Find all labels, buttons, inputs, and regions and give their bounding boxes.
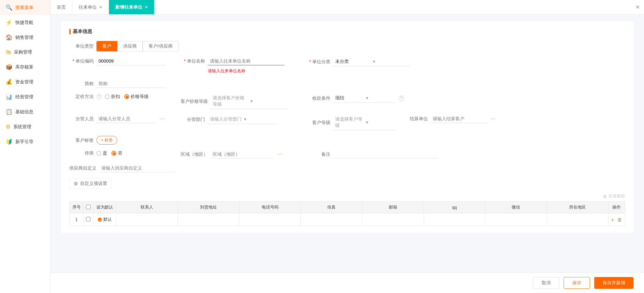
region-input[interactable] [211, 150, 273, 158]
type-btn-customer[interactable]: 客户 [96, 41, 117, 51]
pricing-discount[interactable]: 折扣 [105, 93, 120, 100]
discount-radio[interactable] [105, 94, 110, 99]
customer-price-level-select[interactable]: 请选择客户价格等级 ▼ [211, 93, 287, 109]
pricing-price-level[interactable]: 价格等级 [124, 93, 149, 100]
tab-partners-close[interactable]: ✕ [99, 5, 102, 10]
tab-new-partner-close[interactable]: ✕ [144, 5, 148, 10]
region-more-btn[interactable]: ··· [276, 151, 283, 157]
row-address[interactable] [178, 213, 239, 226]
row-qq[interactable] [424, 213, 485, 226]
tab-partners[interactable]: 往来单位 ✕ [72, 0, 109, 14]
tab-new-partner[interactable]: 新增往来单位 ✕ [109, 0, 155, 14]
row-checkbox-1[interactable] [86, 217, 91, 221]
sidebar-item-tutorial[interactable]: 🔰 新手引导 [0, 134, 50, 149]
price-level-radio[interactable] [124, 94, 129, 99]
supplier-custom-input[interactable] [99, 164, 176, 172]
sidebar-item-finance[interactable]: 💰 资金管理 [0, 74, 50, 89]
delete-row-icon[interactable]: 🗑 [617, 217, 622, 222]
payment-terms-chevron: ▼ [365, 96, 394, 100]
row-wechat[interactable] [485, 213, 547, 226]
customer-level-select[interactable]: 请选择客户等级 ▼ [333, 115, 396, 130]
unit-category-value: 未分类 [335, 58, 371, 65]
customer-level-chevron: ▼ [365, 120, 394, 124]
payment-terms-value: 现结 [335, 95, 364, 101]
tab-new-partner-label: 新增往来单位 [115, 4, 142, 10]
contact-input[interactable] [118, 217, 175, 222]
dept-select[interactable]: 请输入分管部门 ▼ [208, 115, 277, 124]
row-contact[interactable] [116, 213, 178, 226]
section-title-text: 基本信息 [73, 29, 92, 35]
payment-terms-label: 收款条件 [306, 95, 330, 101]
cancel-button[interactable]: 取消 [533, 277, 559, 289]
sidebar-item-finance-label: 资金管理 [15, 79, 33, 85]
payment-terms-select[interactable]: 现结 ▼ [333, 93, 396, 103]
remark-input[interactable] [333, 150, 438, 158]
save-button[interactable]: 保存 [564, 277, 590, 289]
settlement-input[interactable] [431, 115, 486, 123]
manager-more-btn[interactable]: ··· [158, 116, 166, 122]
batch-delete-area: 🗑 批量删除 [69, 193, 625, 199]
sidebar-item-operations[interactable]: 📊 经营管理 [0, 89, 50, 104]
add-tag-button[interactable]: + 标签 [96, 136, 117, 145]
no-radio[interactable] [111, 151, 116, 156]
manager-input[interactable] [96, 115, 156, 123]
close-all-tabs[interactable]: ✕ [635, 4, 640, 10]
sidebar-item-search[interactable]: 🔍 搜索菜单 [0, 0, 50, 15]
address-input[interactable] [180, 217, 237, 222]
sidebar-item-sales[interactable]: 🏠 销售管理 [0, 30, 50, 45]
unit-name-error: 请输入往来单位名称 [208, 68, 245, 73]
tab-home[interactable]: 首页 [50, 0, 72, 14]
row-actions: + 🗑 [608, 213, 625, 226]
pricing-label: 定价方法 [69, 93, 94, 100]
row-email[interactable] [362, 213, 424, 226]
col-default: 设为默认 [93, 202, 116, 213]
discount-label: 折扣 [111, 93, 120, 100]
region-label: 区域（地区） [181, 151, 208, 157]
qq-input[interactable] [426, 217, 483, 222]
unit-code-label: 单位编码 [69, 58, 94, 64]
batch-delete-label[interactable]: 批量删除 [608, 193, 625, 199]
unit-type-buttons: 客户 供应商 客户/供应商 [96, 41, 179, 51]
yes-radio[interactable] [96, 151, 101, 156]
unit-name-group: 单位名称 请输入往来单位名称 [181, 57, 306, 74]
unit-name-input[interactable] [208, 57, 284, 65]
sidebar-item-quicknav[interactable]: ⚡ 快捷导航 [0, 15, 50, 30]
unit-code-input[interactable] [96, 57, 166, 65]
disable-no[interactable]: 否 [111, 150, 122, 156]
unit-category-select[interactable]: 未分类 ▼ [333, 57, 410, 66]
email-input[interactable] [364, 217, 422, 222]
default-radio[interactable] [98, 218, 102, 222]
custom-settings-btn[interactable]: ⚙ 自定义项设置 [69, 178, 112, 189]
sidebar-item-inventory[interactable]: 📦 库存核算 [0, 59, 50, 74]
row-phone[interactable] [239, 213, 301, 226]
supplier-custom-row: 供应商自定义 [69, 164, 625, 172]
sidebar-item-system[interactable]: ⚙ 系统管理 [0, 119, 50, 134]
short-name-input[interactable] [96, 80, 166, 88]
unit-code-name-row: 单位编码 单位名称 请输入往来单位名称 单位分类 未分类 [69, 57, 625, 74]
add-row-icon[interactable]: + [611, 217, 614, 222]
manager-label: 分管人员 [69, 116, 94, 122]
type-btn-supplier[interactable]: 供应商 [117, 41, 143, 51]
row-location[interactable] [547, 213, 608, 226]
row-fax[interactable] [301, 213, 362, 226]
settlement-more-btn[interactable]: ··· [489, 116, 496, 122]
sidebar: 🔍 搜索菜单 ⚡ 快捷导航 🏠 销售管理 🛍 采购管理 📦 库存核算 💰 资金管… [0, 0, 50, 293]
region-group: 区域（地区） ··· [181, 150, 306, 158]
short-name-group: 简称 [69, 80, 181, 88]
pricing-help-icon[interactable]: ? [96, 94, 102, 99]
phone-input[interactable] [242, 217, 299, 222]
fax-input[interactable] [303, 217, 360, 222]
dept-chevron: ▼ [243, 117, 275, 121]
row-seq: 1 [70, 213, 84, 226]
type-btn-both[interactable]: 客户/供应商 [143, 41, 179, 51]
sidebar-item-system-label: 系统管理 [13, 124, 31, 130]
select-all-checkbox[interactable] [86, 205, 91, 209]
sidebar-item-purchase[interactable]: 🛍 采购管理 [0, 45, 50, 59]
payment-terms-help-icon[interactable]: ? [399, 96, 404, 101]
sidebar-item-basicinfo[interactable]: 📋 基础信息 [0, 104, 50, 119]
save-new-button[interactable]: 保存并新增 [594, 277, 634, 289]
wechat-input[interactable] [487, 217, 544, 222]
location-input[interactable] [549, 217, 606, 222]
disable-yes[interactable]: 是 [96, 150, 107, 156]
tutorial-icon: 🔰 [6, 138, 13, 145]
